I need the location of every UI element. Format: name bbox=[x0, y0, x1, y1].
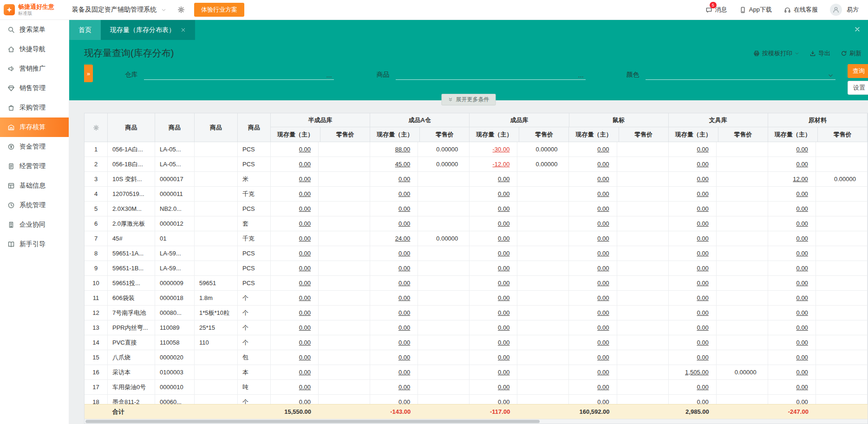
qty-value[interactable]: 0.00 bbox=[370, 395, 418, 404]
collapse-filter-button[interactable]: » bbox=[84, 65, 93, 82]
qty-value[interactable]: 0.00 bbox=[569, 187, 617, 202]
qty-value[interactable]: 0.00 bbox=[370, 335, 418, 350]
qty-value[interactable]: 0.00 bbox=[669, 202, 717, 216]
qty-value[interactable]: 12.00 bbox=[768, 172, 816, 187]
qty-value[interactable]: 0.00 bbox=[768, 231, 816, 246]
qty-value[interactable]: 0.00 bbox=[470, 202, 517, 216]
qty-value[interactable]: 0.00 bbox=[669, 291, 717, 306]
qty-value[interactable]: 0.00 bbox=[569, 261, 617, 276]
table-row[interactable]: 745#01千克0.0024.000.000000.000.000.000.00 bbox=[85, 231, 868, 246]
column-header-price[interactable]: 零售价 bbox=[818, 127, 868, 142]
sidebar-item-快捷导航[interactable]: 快捷导航 bbox=[0, 39, 69, 59]
avatar[interactable] bbox=[830, 4, 842, 16]
qty-value[interactable]: 0.00 bbox=[569, 320, 617, 335]
qty-value[interactable]: 0.00 bbox=[271, 291, 319, 306]
sidebar-item-资金管理[interactable]: 资金管理 bbox=[0, 137, 69, 157]
column-header-goods[interactable]: 商品 bbox=[108, 113, 155, 142]
online-service-button[interactable]: 在线客服 bbox=[784, 6, 818, 14]
table-row[interactable]: 13PPR内丝弯...11008925*15个0.000.000.000.000… bbox=[85, 320, 868, 335]
qty-value[interactable]: 0.00 bbox=[271, 187, 319, 202]
qty-value[interactable]: 0.00 bbox=[470, 246, 517, 261]
qty-value[interactable]: 0.00 bbox=[470, 276, 517, 291]
qty-value[interactable]: 0.00 bbox=[271, 365, 319, 380]
refresh-button[interactable]: 刷新 bbox=[841, 49, 861, 58]
qty-value[interactable]: 0.00 bbox=[669, 216, 717, 231]
table-row[interactable]: 859651-1A...LA-59...PCS0.000.000.000.000… bbox=[85, 246, 868, 261]
qty-value[interactable]: 0.00 bbox=[271, 261, 319, 276]
table-row[interactable]: 16采访本0100003本0.000.000.000.001,505.000.0… bbox=[85, 365, 868, 380]
table-row[interactable]: 62.0厚激光板0000012套0.000.000.000.000.000.00 bbox=[85, 216, 868, 231]
sidebar-item-营销推广[interactable]: 营销推广 bbox=[0, 59, 69, 78]
qty-value[interactable]: 0.00 bbox=[768, 276, 816, 291]
qty-value[interactable]: 0.00 bbox=[768, 246, 816, 261]
qty-value[interactable]: 0.00 bbox=[271, 231, 319, 246]
qty-value[interactable]: 0.00 bbox=[470, 231, 517, 246]
table-row[interactable]: 127号南孚电池00080...1*5板*10粒个0.000.000.000.0… bbox=[85, 306, 868, 320]
qty-value[interactable]: 0.00 bbox=[470, 306, 517, 320]
table-row[interactable]: 1056-1A白...LA-05...PCS0.0088.000.00000-3… bbox=[85, 142, 868, 157]
table-row[interactable]: 2056-1B白...LA-05...PCS0.0045.000.00000-1… bbox=[85, 157, 868, 172]
horizontal-scrollbar[interactable] bbox=[85, 419, 868, 424]
tab-inventory-distribution[interactable]: 现存量（库存分布表） bbox=[101, 20, 195, 40]
qty-value[interactable]: 0.00 bbox=[768, 320, 816, 335]
column-header-qty[interactable]: 现存量（主） bbox=[569, 127, 619, 142]
qty-value[interactable]: -12.00 bbox=[470, 157, 517, 172]
tab-home[interactable]: 首页 bbox=[69, 20, 101, 40]
sidebar-item-基础信息[interactable]: 基础信息 bbox=[0, 176, 69, 196]
qty-value[interactable]: 0.00 bbox=[271, 216, 319, 231]
qty-value[interactable]: 0.00 bbox=[768, 142, 816, 157]
table-row[interactable]: 14PVC直接110058110个0.000.000.000.000.000.0… bbox=[85, 335, 868, 350]
qty-value[interactable]: 0.00 bbox=[470, 380, 517, 395]
qty-value[interactable]: 0.00 bbox=[370, 291, 418, 306]
warehouse-filter-input[interactable] bbox=[144, 70, 334, 80]
column-header-price[interactable]: 零售价 bbox=[619, 127, 669, 142]
qty-value[interactable]: 0.00 bbox=[768, 261, 816, 276]
qty-value[interactable]: 0.00 bbox=[370, 380, 418, 395]
qty-value[interactable]: 0.00 bbox=[569, 172, 617, 187]
column-header-qty[interactable]: 现存量（主） bbox=[271, 127, 320, 142]
sidebar-item-企业协同[interactable]: 企业协同 bbox=[0, 215, 69, 235]
qty-value[interactable]: 0.00 bbox=[370, 246, 418, 261]
column-header-goods[interactable]: 商品 bbox=[238, 113, 271, 142]
column-settings-button[interactable] bbox=[85, 113, 108, 142]
qty-value[interactable]: 0.00 bbox=[271, 395, 319, 404]
qty-value[interactable]: 0.00 bbox=[370, 365, 418, 380]
qty-value[interactable]: 0.00 bbox=[768, 350, 816, 365]
qty-value[interactable]: 0.00 bbox=[569, 306, 617, 320]
sidebar-item-系统管理[interactable]: 系统管理 bbox=[0, 196, 69, 215]
qty-value[interactable]: 0.00 bbox=[470, 335, 517, 350]
qty-value[interactable]: 0.00 bbox=[370, 187, 418, 202]
table-row[interactable]: 17车用柴油0号0000010吨0.000.000.000.000.000.00 bbox=[85, 380, 868, 395]
qty-value[interactable]: 0.00 bbox=[370, 261, 418, 276]
qty-value[interactable]: 0.00 bbox=[271, 335, 319, 350]
qty-value[interactable]: 0.00 bbox=[669, 157, 717, 172]
qty-value[interactable]: 0.00 bbox=[470, 320, 517, 335]
ellipsis-icon[interactable] bbox=[326, 72, 332, 78]
qty-value[interactable]: 45.00 bbox=[370, 157, 418, 172]
qty-value[interactable]: 0.00 bbox=[370, 306, 418, 320]
chevron-down-icon[interactable] bbox=[828, 72, 834, 78]
qty-value[interactable]: 0.00 bbox=[569, 350, 617, 365]
qty-value[interactable]: 24.00 bbox=[370, 231, 418, 246]
tab-close-icon[interactable] bbox=[181, 27, 186, 33]
column-header-qty[interactable]: 现存量（主） bbox=[768, 127, 818, 142]
expand-more-conditions-button[interactable]: 展开更多条件 bbox=[442, 94, 496, 105]
column-header-price[interactable]: 零售价 bbox=[718, 127, 768, 142]
qty-value[interactable]: 0.00 bbox=[768, 306, 816, 320]
sidebar-item-新手引导[interactable]: 新手引导 bbox=[0, 235, 69, 254]
qty-value[interactable]: 0.00 bbox=[271, 380, 319, 395]
qty-value[interactable]: 0.00 bbox=[768, 395, 816, 404]
column-header-qty[interactable]: 现存量（主） bbox=[470, 127, 519, 142]
qty-value[interactable]: 0.00 bbox=[271, 172, 319, 187]
qty-value[interactable]: 0.00 bbox=[271, 142, 319, 157]
qty-value[interactable]: 0.00 bbox=[569, 335, 617, 350]
qty-value[interactable]: 0.00 bbox=[370, 320, 418, 335]
qty-value[interactable]: 0.00 bbox=[569, 216, 617, 231]
qty-value[interactable]: 1,505.00 bbox=[669, 365, 717, 380]
qty-value[interactable]: 0.00 bbox=[569, 291, 617, 306]
color-filter-input[interactable] bbox=[646, 70, 835, 80]
column-header-price[interactable]: 零售价 bbox=[420, 127, 470, 142]
qty-value[interactable]: 0.00 bbox=[569, 276, 617, 291]
system-select[interactable]: 装备及固定资产辅助管理系统 bbox=[72, 6, 166, 14]
qty-value[interactable]: 0.00 bbox=[470, 261, 517, 276]
